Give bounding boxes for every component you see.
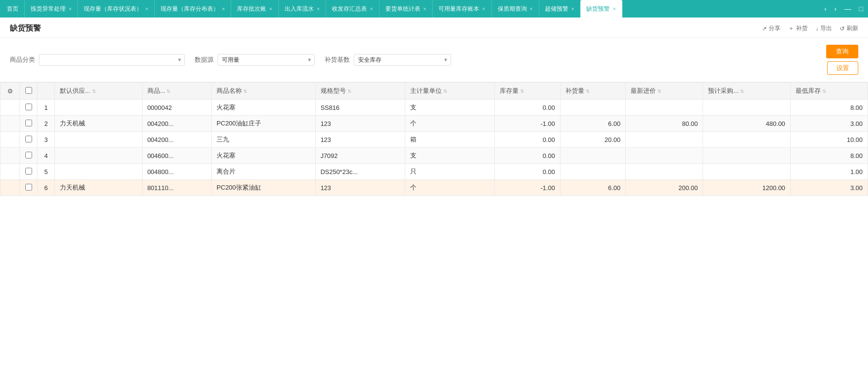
row-num: 5	[37, 164, 55, 180]
tab-overstock[interactable]: 超储预警×	[539, 0, 580, 18]
th-code[interactable]: 商品... ⇅	[142, 83, 211, 100]
header-actions: ↗ 分享 ＋ 补货 ↓ 导出 ↺ 刷新	[762, 24, 858, 33]
row-checkbox-cell[interactable]	[20, 148, 37, 164]
th-num	[37, 83, 55, 100]
row-checkbox-cell[interactable]	[20, 132, 37, 148]
th-unit[interactable]: 主计量单位 ⇅	[405, 83, 495, 100]
table-row: 10000042火花塞SS816支0.008.00	[0, 100, 868, 116]
tab-batch-account[interactable]: 库存批次账×	[231, 0, 278, 18]
th-min_stock[interactable]: 最低库存 ⇅	[790, 83, 868, 100]
replenish-base-select[interactable]: 安全库存	[354, 54, 451, 66]
tab-recv-summary[interactable]: 收发存汇总表×	[326, 0, 379, 18]
tab-home[interactable]: 首页	[1, 0, 25, 18]
row-checkbox[interactable]	[25, 184, 32, 191]
tab-prev-btn[interactable]: ‹	[820, 0, 831, 18]
tab-close-recv-summary[interactable]: ×	[370, 6, 373, 12]
row-est-purchase	[703, 100, 791, 116]
data-table: ⚙默认供应... ⇅商品... ⇅商品名称 ⇅规格型号 ⇅主计量单位 ⇅库存量 …	[0, 82, 868, 196]
tab-order-stats[interactable]: 要货单统计表×	[380, 0, 433, 18]
th-supplier[interactable]: 默认供应... ⇅	[55, 83, 143, 100]
tab-next-btn[interactable]: ›	[831, 0, 841, 18]
tab-expiry[interactable]: 保质期查询×	[492, 0, 539, 18]
tab-label-overstock: 超储预警	[545, 5, 568, 13]
select-all-checkbox[interactable]	[25, 87, 32, 94]
tab-close-overstock[interactable]: ×	[571, 6, 574, 12]
tab-bar: 首页拣货异常处理×现存量（库存状况表）×现存量（库存分布表）×库存批次账×出入库…	[0, 0, 868, 18]
tab-close-inout-flow[interactable]: ×	[317, 6, 320, 12]
row-min-stock: 8.00	[790, 148, 868, 164]
th-latest_price[interactable]: 最新进价 ⇅	[626, 83, 703, 100]
row-replenish: 20.00	[560, 132, 625, 148]
export-btn[interactable]: ↓ 导出	[815, 24, 832, 33]
tab-close-order-stats[interactable]: ×	[423, 6, 426, 12]
tab-close-shortage[interactable]: ×	[613, 6, 615, 12]
row-supplier	[55, 164, 143, 180]
maximize-btn[interactable]: □	[855, 0, 867, 18]
row-checkbox-cell[interactable]	[20, 164, 37, 180]
row-checkbox[interactable]	[25, 168, 32, 175]
row-name: 三九	[212, 132, 316, 148]
row-latest-price	[626, 132, 703, 148]
row-stock: -1.00	[495, 180, 560, 196]
row-checkbox-cell[interactable]	[20, 116, 37, 132]
minimize-btn[interactable]: —	[841, 0, 855, 18]
category-select[interactable]	[39, 54, 185, 66]
tab-close-inventory-dist[interactable]: ×	[222, 6, 225, 12]
tab-shortage[interactable]: 缺货预警×	[580, 0, 622, 18]
replenish-base-filter-group: 补货基数 安全库存	[325, 54, 451, 66]
row-min-stock: 3.00	[790, 180, 868, 196]
tab-inventory-dist[interactable]: 现存量（库存分布表）×	[155, 0, 231, 18]
table-row: 4004600...火花塞J7092支0.008.00	[0, 148, 868, 164]
tab-label-expiry: 保质期查询	[498, 5, 527, 13]
row-checkbox[interactable]	[25, 120, 32, 126]
row-spec: 123	[315, 180, 405, 196]
tab-inout-flow[interactable]: 出入库流水×	[279, 0, 326, 18]
table-row: 3004200...三九123箱0.0020.0010.00	[0, 132, 868, 148]
replenish-btn[interactable]: ＋ 补货	[788, 24, 808, 33]
category-filter-group: 商品分类	[10, 54, 185, 66]
th-name[interactable]: 商品名称 ⇅	[212, 83, 316, 100]
row-checkbox[interactable]	[25, 152, 32, 158]
row-replenish: 6.00	[560, 116, 625, 132]
row-supplier	[55, 148, 143, 164]
tab-close-expiry[interactable]: ×	[530, 6, 533, 12]
row-checkbox-cell[interactable]	[20, 180, 37, 196]
th-replenish[interactable]: 补货量 ⇅	[560, 83, 625, 100]
query-button[interactable]: 查询	[826, 45, 858, 58]
row-code: 004200...	[142, 116, 211, 132]
tab-close-abnormal[interactable]: ×	[69, 6, 72, 12]
row-code: 0000042	[142, 100, 211, 116]
tab-close-available-ledger[interactable]: ×	[482, 6, 485, 12]
row-est-purchase	[703, 164, 791, 180]
share-btn[interactable]: ↗ 分享	[762, 24, 780, 33]
tab-close-batch-account[interactable]: ×	[269, 6, 272, 12]
row-gear-cell	[0, 180, 20, 196]
refresh-btn[interactable]: ↺ 刷新	[840, 24, 858, 33]
th-spec[interactable]: 规格型号 ⇅	[315, 83, 405, 100]
row-checkbox[interactable]	[25, 136, 32, 142]
row-code: 004600...	[142, 148, 211, 164]
refresh-icon: ↺	[840, 25, 845, 32]
tab-available-ledger[interactable]: 可用量库存账本×	[433, 0, 491, 18]
tab-inventory-status[interactable]: 现存量（库存状况表）×	[78, 0, 154, 18]
row-stock: 0.00	[495, 132, 560, 148]
row-spec: 123	[315, 132, 405, 148]
th-stock[interactable]: 库存量 ⇅	[495, 83, 560, 100]
datasource-select[interactable]: 可用量	[217, 54, 315, 66]
row-stock: 0.00	[495, 148, 560, 164]
settings-button[interactable]: 设置	[827, 61, 858, 75]
tab-label-shortage: 缺货预警	[586, 5, 610, 13]
table-row: 5004800...离合片DS250*23c...只0.001.00	[0, 164, 868, 180]
row-name: PC200张紧油缸	[212, 180, 316, 196]
row-checkbox-cell[interactable]	[20, 100, 37, 116]
tab-close-inventory-status[interactable]: ×	[145, 6, 148, 12]
filter-area: 商品分类 数据源 可用量 补货基数 安全库存	[0, 38, 868, 82]
row-gear-cell	[0, 116, 20, 132]
row-supplier	[55, 132, 143, 148]
th-est_purchase[interactable]: 预计采购... ⇅	[703, 83, 791, 100]
row-spec: 123	[315, 116, 405, 132]
category-label: 商品分类	[10, 55, 35, 64]
row-stock: 0.00	[495, 100, 560, 116]
row-checkbox[interactable]	[25, 104, 32, 110]
tab-abnormal[interactable]: 拣货异常处理×	[25, 0, 78, 18]
